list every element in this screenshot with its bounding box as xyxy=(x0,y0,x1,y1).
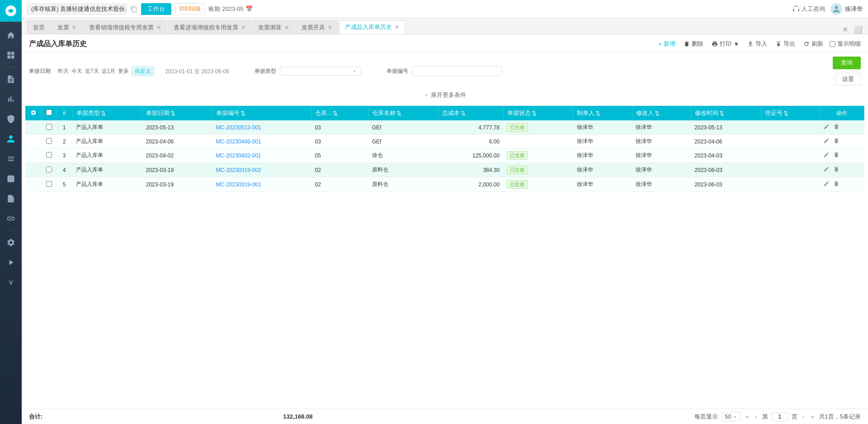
row-number[interactable]: MC-20230513-001 xyxy=(212,120,311,135)
row-checkbox[interactable] xyxy=(46,138,52,144)
tab-invoice-open[interactable]: 发票开具 ✕ xyxy=(296,20,338,34)
col-type[interactable]: 单据类型⇅ xyxy=(72,106,142,120)
print-dropdown-icon[interactable]: ▼ xyxy=(733,41,739,48)
row-edit-icon[interactable] xyxy=(823,166,830,174)
next-page-button[interactable]: › xyxy=(801,413,806,420)
calendar-icon[interactable]: 📅 xyxy=(245,5,253,12)
row-checkbox-cell[interactable] xyxy=(42,120,56,135)
set-button[interactable]: 设置 xyxy=(835,73,861,86)
sidebar-item-play[interactable] xyxy=(0,252,22,272)
col-modify-time[interactable]: 修改时间⇅ xyxy=(691,106,761,120)
row-checkbox-cell[interactable] xyxy=(42,177,56,192)
tab-product-history[interactable]: 产成品入库单历史 ✕ xyxy=(339,20,405,34)
row-number[interactable]: MC-20230402-001 xyxy=(212,148,311,163)
tab-input-vat-close[interactable]: ✕ xyxy=(241,25,245,30)
col-modifier[interactable]: 修改人⇅ xyxy=(632,106,691,120)
page-number-input[interactable] xyxy=(772,412,788,421)
row-delete-icon[interactable] xyxy=(833,124,840,131)
shortcut-more[interactable]: 更多 xyxy=(118,67,129,75)
col-checkbox[interactable] xyxy=(42,106,56,120)
tab-restore-button[interactable]: ⬜ xyxy=(852,25,864,34)
tab-close-all-button[interactable]: ✕ xyxy=(840,25,850,34)
display-toggle[interactable]: 显示明细 xyxy=(830,40,861,48)
tab-sales-vat-close[interactable]: ✕ xyxy=(156,25,161,30)
col-settings[interactable] xyxy=(25,106,42,120)
row-number[interactable]: MC-20230406-001 xyxy=(212,135,311,148)
sidebar-item-chart[interactable] xyxy=(0,89,22,109)
tab-input-vat[interactable]: 查看进项增值税专用发票 ✕ xyxy=(168,20,251,34)
first-page-button[interactable]: « xyxy=(744,413,750,420)
expand-conditions[interactable]: 展开更多条件 xyxy=(29,89,861,101)
col-total-cost[interactable]: 总成本⇅ xyxy=(439,106,504,120)
switch-version-button[interactable]: 切到旧版 xyxy=(175,3,205,14)
sidebar-item-settings[interactable] xyxy=(0,233,22,252)
row-checkbox-cell[interactable] xyxy=(42,163,56,177)
shortcut-7days[interactable]: 近7天 xyxy=(85,67,99,75)
shortcut-yesterday[interactable]: 昨天 xyxy=(58,67,69,75)
tab-sales-vat[interactable]: 查看销项增值税专用发票 ✕ xyxy=(83,20,167,34)
row-delete-icon[interactable] xyxy=(833,181,840,188)
tab-home[interactable]: 首页 xyxy=(27,20,51,34)
tab-invoice-calc[interactable]: 发票测算 ✕ xyxy=(252,20,295,34)
sidebar-item-box[interactable] xyxy=(0,169,22,189)
sidebar-item-catalog[interactable] xyxy=(0,149,22,169)
shortcut-1month[interactable]: 近1月 xyxy=(102,67,116,75)
row-delete-icon[interactable] xyxy=(833,166,840,174)
shortcut-today[interactable]: 今天 xyxy=(71,67,82,75)
new-button[interactable]: + 新增 xyxy=(657,39,678,49)
display-toggle-checkbox[interactable] xyxy=(830,41,835,47)
sidebar-item-doc[interactable] xyxy=(0,69,22,89)
row-checkbox-cell[interactable] xyxy=(42,135,56,148)
tab-invoice-open-close[interactable]: ✕ xyxy=(328,25,332,30)
row-delete-icon[interactable] xyxy=(833,138,840,145)
tab-invoice-close[interactable]: ✕ xyxy=(72,25,76,30)
col-creator[interactable]: 制单人⇅ xyxy=(573,106,632,120)
consultant-button[interactable]: 人工咨询 xyxy=(793,5,825,13)
sidebar-item-home[interactable] xyxy=(0,25,22,45)
workbench-button[interactable]: 工作台 xyxy=(141,3,171,15)
number-filter-input[interactable] xyxy=(412,66,502,76)
col-date[interactable]: 单据日期⇅ xyxy=(142,106,212,120)
row-checkbox[interactable] xyxy=(46,124,52,130)
col-voucher[interactable]: 凭证号⇅ xyxy=(761,106,820,120)
row-number[interactable]: MC-20230319-002 xyxy=(212,163,311,177)
row-checkbox[interactable] xyxy=(46,181,52,187)
type-filter-select[interactable] xyxy=(280,67,361,76)
tab-invoice[interactable]: 发票 ✕ xyxy=(52,20,82,34)
sidebar-item-link[interactable] xyxy=(0,209,22,229)
delete-button[interactable]: 删除 xyxy=(682,39,705,49)
import-button[interactable]: 导入 xyxy=(745,39,769,49)
page-size-select[interactable]: 50 xyxy=(722,412,741,421)
sidebar-item-version[interactable]: V xyxy=(0,272,22,292)
refresh-button[interactable]: 刷新 xyxy=(802,39,825,49)
col-status[interactable]: 单据状态⇅ xyxy=(503,106,573,120)
tab-invoice-calc-close[interactable]: ✕ xyxy=(284,25,289,30)
row-edit-icon[interactable] xyxy=(823,152,830,159)
row-delete-icon[interactable] xyxy=(833,152,840,159)
sidebar-item-shield[interactable] xyxy=(0,109,22,129)
row-number[interactable]: MC-20230319-001 xyxy=(212,177,311,192)
select-all-checkbox[interactable] xyxy=(46,110,52,115)
col-warehouse-name[interactable]: 仓库名称⇅ xyxy=(368,106,439,120)
row-checkbox-cell[interactable] xyxy=(42,148,56,163)
sidebar-item-stamp[interactable] xyxy=(0,189,22,209)
user-info[interactable]: 徐泽华 xyxy=(830,3,863,15)
col-warehouse-code[interactable]: 仓库...⇅ xyxy=(311,106,368,120)
row-edit-icon[interactable] xyxy=(823,124,830,131)
prev-page-button[interactable]: ‹ xyxy=(754,413,759,420)
print-button[interactable]: 打印 ▼ xyxy=(710,39,741,49)
row-status: 已生效 xyxy=(503,163,573,177)
sidebar-item-grid[interactable] xyxy=(0,45,22,65)
row-checkbox[interactable] xyxy=(46,152,52,158)
tab-product-history-close[interactable]: ✕ xyxy=(395,24,399,30)
sidebar-item-user[interactable] xyxy=(0,129,22,149)
row-checkbox[interactable] xyxy=(46,167,52,172)
query-button[interactable]: 查询 xyxy=(833,57,861,69)
last-page-button[interactable]: » xyxy=(809,413,815,420)
company-selector[interactable]: (库存核算) 直播轻捷通信息技术股份... ▼ xyxy=(27,4,127,14)
row-edit-icon[interactable] xyxy=(823,138,830,145)
custom-date-tag[interactable]: 自定义 xyxy=(132,67,154,76)
row-edit-icon[interactable] xyxy=(823,181,830,188)
col-number[interactable]: 单据编号⇅ xyxy=(212,106,311,120)
export-button[interactable]: 导出 xyxy=(774,39,797,49)
